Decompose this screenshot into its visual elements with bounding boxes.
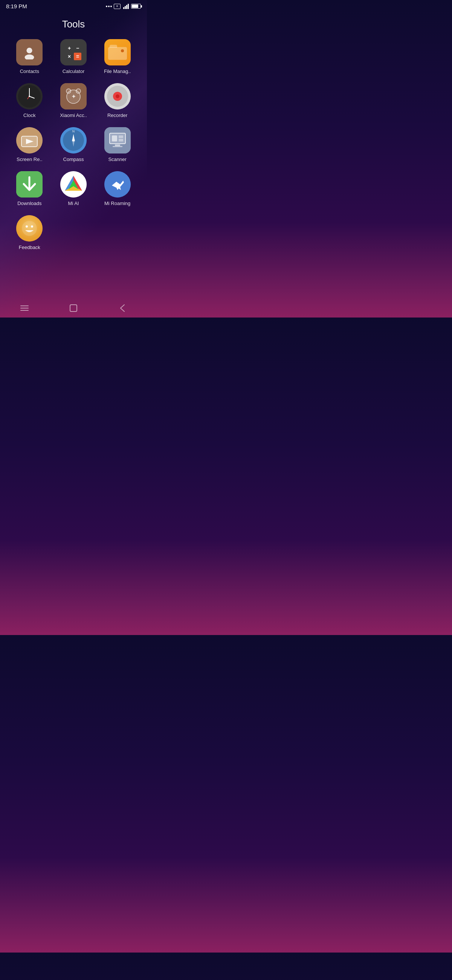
feedback-label: Feedback [19,245,40,250]
svg-point-43 [26,225,28,228]
app-clock[interactable]: Clock [8,83,52,118]
svg-point-25 [72,139,75,142]
status-bar: 8:19 PM [0,0,147,11]
svg-rect-30 [119,139,123,142]
recorder-label: Recorder [107,113,127,118]
screenrec-icon [16,127,43,153]
svg-rect-48 [70,305,77,312]
page-title: Tools [0,18,147,30]
contacts-label: Contacts [20,68,39,74]
recorder-icon [104,83,131,110]
app-scanner[interactable]: Scanner [95,127,139,162]
signal-cancel-icon [114,4,121,9]
wifi-icon [122,4,129,9]
screenrec-label: Screen Re.. [17,156,43,162]
svg-point-16 [116,94,120,98]
app-feedback[interactable]: Feedback [8,215,52,250]
miai-label: Mi AI [68,200,79,206]
miroaming-label: Mi Roaming [104,200,130,206]
svg-rect-31 [115,145,120,146]
svg-point-42 [22,221,37,236]
app-compass[interactable]: N Compass [52,127,96,162]
svg-rect-28 [112,135,117,142]
svg-point-11 [76,89,81,93]
svg-text:N: N [72,129,75,133]
app-screenrec[interactable]: Screen Re.. [8,127,52,162]
app-recorder[interactable]: Recorder [95,83,139,118]
downloads-label: Downloads [18,200,42,206]
compass-icon: N [60,127,87,153]
svg-point-44 [31,225,33,228]
app-calculator[interactable]: + − × = Calculator [52,39,96,74]
clock-icon [16,83,43,110]
app-miai[interactable]: Mi AI [52,171,96,206]
battery-icon [131,4,141,9]
miroaming-icon [104,171,131,197]
miai-icon [60,171,87,197]
clock-label: Clock [23,113,36,118]
feedback-icon [16,215,43,242]
svg-point-7 [29,95,30,97]
nav-menu-button[interactable] [17,301,32,316]
scanner-label: Scanner [108,156,126,162]
app-xiaomi[interactable]: ✦ Xiaomi Acc.. [52,83,96,118]
svg-point-10 [66,89,71,93]
apps-grid: Contacts + − × = Calculator File Manag.. [0,39,147,250]
downloads-icon [16,171,43,197]
filemanager-icon [104,39,131,65]
status-icons [106,4,141,9]
svg-point-1 [25,54,34,59]
calculator-label: Calculator [62,68,85,74]
app-filemanager[interactable]: File Manag.. [95,39,139,74]
svg-rect-29 [119,135,123,138]
scanner-icon [104,127,131,153]
contacts-icon [16,39,43,65]
calculator-icon: + − × = [60,39,87,65]
nav-home-button[interactable] [66,301,81,316]
app-contacts[interactable]: Contacts [8,39,52,74]
filemanager-label: File Manag.. [104,68,131,74]
xiaomi-icon: ✦ [60,83,87,110]
signal-dots-icon [106,6,112,7]
svg-text:✦: ✦ [71,93,76,100]
nav-back-button[interactable] [115,301,130,316]
nav-bar [0,299,147,318]
svg-rect-32 [113,146,122,147]
xiaomi-label: Xiaomi Acc.. [60,113,87,118]
status-time: 8:19 PM [6,3,27,10]
app-miroaming[interactable]: Mi Roaming [95,171,139,206]
svg-point-0 [27,48,32,53]
app-downloads[interactable]: Downloads [8,171,52,206]
compass-label: Compass [63,156,84,162]
